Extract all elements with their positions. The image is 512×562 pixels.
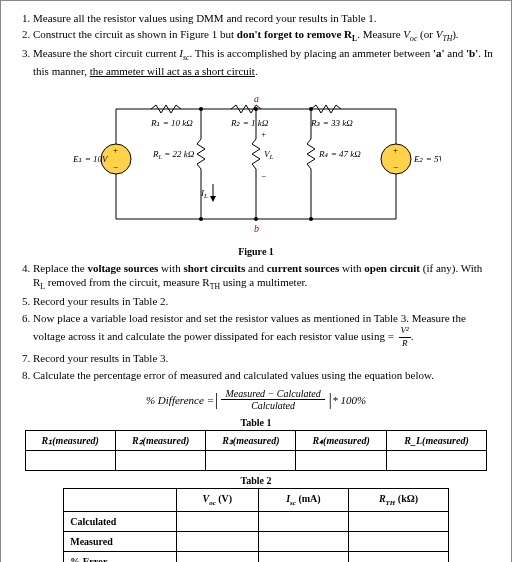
plus-icon: + — [393, 145, 398, 155]
t2-h-rth: RTH (kΩ) — [349, 489, 449, 512]
table-row — [25, 451, 487, 471]
voc: Voc — [403, 28, 417, 40]
power-formula: V²R — [399, 325, 411, 349]
underline: the ammeter will act as a short circuit — [90, 65, 255, 77]
procedure-list-2: Replace the voltage sources with short c… — [15, 261, 497, 382]
rl-label: RL = 22 kΩ — [152, 149, 195, 160]
text: . — [255, 65, 258, 77]
terminal-a: a — [254, 93, 259, 104]
isc: Isc — [179, 47, 189, 59]
table-row: % Error — [64, 552, 449, 562]
t1-h1: R₁(measured) — [25, 431, 115, 451]
step-6: Now place a variable load resistor and s… — [33, 311, 497, 350]
r3-label: R₃ = 33 kΩ — [310, 118, 353, 128]
step-7: Record your results in Table 3. — [33, 351, 497, 365]
text: . Measure — [357, 28, 403, 40]
a-quote: 'a' — [433, 47, 445, 59]
procedure-list: Measure all the resistor values using DM… — [15, 11, 497, 78]
step-1: Measure all the resistor values using DM… — [33, 11, 497, 25]
svg-point-19 — [309, 107, 313, 111]
text: Measure the short circuit current — [33, 47, 179, 59]
minus-icon: − — [261, 171, 266, 181]
svg-marker-13 — [210, 196, 216, 202]
t1-h4: R₄(measured) — [296, 431, 386, 451]
pct-diff-formula: % Difference = | Measured − Calculated C… — [15, 388, 497, 411]
vth: VTH — [436, 28, 453, 40]
plus-icon: + — [113, 145, 118, 155]
t1-h3: R₃(measured) — [206, 431, 296, 451]
minus-icon: − — [113, 162, 118, 172]
step-3: Measure the short circuit current Isc. T… — [33, 46, 497, 77]
table-1: R₁(measured) R₂(measured) R₃(measured) R… — [25, 430, 488, 471]
step-5: Record your results in Table 2. — [33, 294, 497, 308]
t2-h-voc: Voc (V) — [177, 489, 258, 512]
r4-label: R₄ = 47 kΩ — [318, 149, 361, 159]
text: and — [445, 47, 466, 59]
e1-label: E₁ = 10V — [72, 154, 109, 164]
step-4: Replace the voltage sources with short c… — [33, 261, 497, 292]
t2-blank — [64, 489, 177, 512]
text: ). — [452, 28, 458, 40]
minus-icon: − — [393, 162, 398, 172]
t1-h5: R_L(measured) — [386, 431, 487, 451]
table1-title: Table 1 — [15, 417, 497, 428]
terminal-b: b — [254, 223, 259, 234]
svg-point-10 — [199, 107, 203, 111]
t2-h-isc: Isc (mA) — [258, 489, 349, 512]
bold: don't forget to remove RL — [237, 28, 357, 40]
text: (or — [417, 28, 435, 40]
circuit-diagram: .w{stroke:#000;stroke-width:1;fill:none}… — [71, 84, 441, 244]
text: . This is accomplished by placing an amm… — [189, 47, 433, 59]
vl-label: VL — [264, 149, 274, 161]
figure-caption: Figure 1 — [15, 246, 497, 257]
b-quote: 'b' — [466, 47, 478, 59]
table2-title: Table 2 — [15, 475, 497, 486]
step-2: Construct the circuit as shown in Figure… — [33, 27, 497, 44]
e2-label: E₂ = 5V — [413, 154, 441, 164]
table-2: Voc (V) Isc (mA) RTH (kΩ) Calculated Mea… — [63, 488, 449, 562]
figure-1-wrap: .w{stroke:#000;stroke-width:1;fill:none}… — [15, 84, 497, 244]
step-8: Calculate the percentage error of measur… — [33, 368, 497, 382]
text: Construct the circuit as shown in Figure… — [33, 28, 237, 40]
plus-icon: + — [261, 129, 266, 139]
t1-h2: R₂(measured) — [115, 431, 205, 451]
table-row: Calculated — [64, 512, 449, 532]
table-row: Measured — [64, 532, 449, 552]
r2-label: R₂ = 1 kΩ — [230, 118, 269, 128]
r1-label: R₁ = 10 kΩ — [150, 118, 193, 128]
